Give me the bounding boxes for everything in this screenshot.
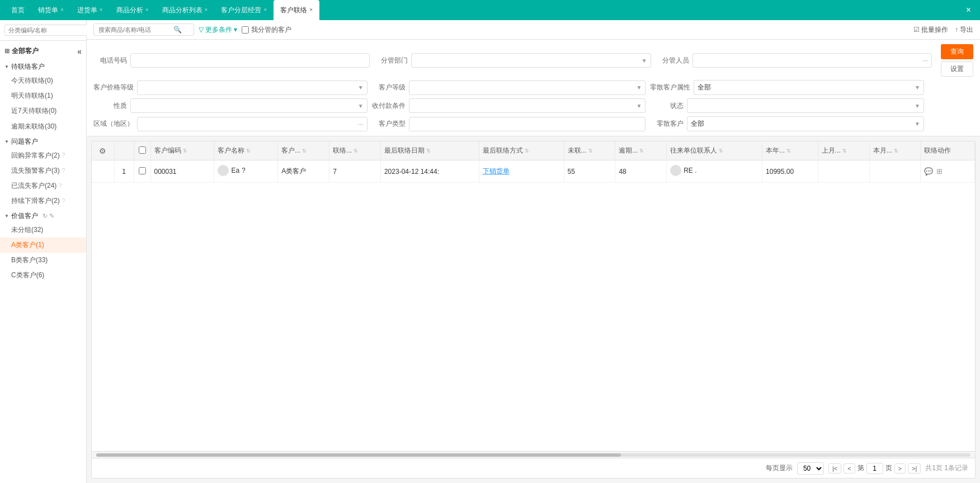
window-close-button[interactable]: × <box>962 5 976 15</box>
sidebar-item-class-c[interactable]: C类客户(6) <box>0 268 86 283</box>
close-sales-tab[interactable]: × <box>60 0 64 20</box>
table-checkbox-column[interactable] <box>134 141 150 160</box>
nav-sales[interactable]: 销货单 × <box>31 0 70 20</box>
price-level-select[interactable]: ▼ <box>137 80 368 95</box>
col-contact-person[interactable]: 往来单位联系人 ⇅ <box>667 141 762 160</box>
phone-input[interactable] <box>130 53 370 68</box>
setting-button[interactable]: 设置 <box>941 61 973 77</box>
col-this-month[interactable]: 本月... ⇅ <box>869 141 921 160</box>
sidebar-item-class-a[interactable]: A类客户(1) <box>0 238 86 253</box>
page-number-input[interactable] <box>866 463 883 474</box>
nature-select[interactable]: ▼ <box>130 98 368 113</box>
nav-purchase[interactable]: 进货单 × <box>70 0 110 20</box>
last-page-button[interactable]: >| <box>908 463 921 473</box>
nav-customer-contact[interactable]: 客户联络 × <box>274 0 319 20</box>
close-product-list-tab[interactable]: × <box>205 0 208 20</box>
more-filter-button[interactable]: ▽ 更多条件 ▾ <box>199 25 237 35</box>
table-gear-column[interactable]: ⚙ <box>92 141 114 160</box>
nav-customer-segment[interactable]: 客户分层经营 × <box>214 0 274 20</box>
nav-home[interactable]: 首页 <box>4 0 31 20</box>
section-problem-customers[interactable]: ▼ 问题客户 <box>0 134 86 148</box>
pending-arrow: ▼ <box>4 64 9 69</box>
status-select[interactable]: ▼ <box>687 98 924 113</box>
dept-select[interactable]: ▼ <box>411 53 651 68</box>
sidebar-all-customers[interactable]: ⊞ 全部客户 « <box>0 43 86 59</box>
sidebar-item-declining[interactable]: 持续下滑客户(2) ? <box>0 193 86 209</box>
filter-search-box: 🔍 <box>93 23 194 36</box>
filter-search-icon[interactable]: 🔍 <box>173 26 182 34</box>
table-body: 1 000031 <box>92 160 975 183</box>
close-contact-tab[interactable]: × <box>309 0 313 20</box>
scrollbar-track[interactable] <box>96 453 970 457</box>
sidebar-item-repurchase-abnormal[interactable]: 回购异常客户(2) ? <box>0 148 86 163</box>
sidebar-item-tomorrow-pending[interactable]: 明天待联络(1) <box>0 88 86 103</box>
prev-page-button[interactable]: < <box>844 463 855 473</box>
row-overdue: 48 <box>615 160 667 183</box>
col-last-month[interactable]: 上月... ⇅ <box>818 141 869 160</box>
batch-op-button[interactable]: ☑ 批量操作 <box>913 25 948 35</box>
sidebar-item-class-b[interactable]: B类客户(33) <box>0 253 86 268</box>
row-chat-icon[interactable]: 💬 <box>924 167 933 176</box>
row-this-month <box>869 160 921 183</box>
col-this-year[interactable]: 本年... ⇅ <box>762 141 818 160</box>
sidebar-item-today-pending[interactable]: 今天待联络(0) <box>0 73 86 88</box>
page-size-select[interactable]: 50 <box>797 462 824 475</box>
sparse-attr-select[interactable]: 全部 ▼ <box>694 80 924 95</box>
row-link-icon[interactable]: ⊞ <box>936 167 943 176</box>
filter-search-input[interactable] <box>98 26 171 33</box>
customer-type-select[interactable] <box>409 117 646 131</box>
sidebar-item-overdue-contact[interactable]: 逾期未联络(30) <box>0 119 86 134</box>
question-icon-2: ? <box>59 182 62 191</box>
last-contact-method-link[interactable]: 下销货单 <box>483 167 510 175</box>
sidebar-search-input[interactable] <box>4 25 89 36</box>
sidebar-item-churned[interactable]: 已流失客户(24) ? <box>0 178 86 193</box>
page-label: 第 <box>858 463 864 473</box>
close-product-analysis-tab[interactable]: × <box>145 0 149 20</box>
payment-select[interactable]: ▼ <box>409 98 646 113</box>
sidebar-item-unclassified[interactable]: 未分组(32) <box>0 222 86 238</box>
row-select-checkbox[interactable] <box>139 167 146 174</box>
my-customers-checkbox[interactable] <box>242 26 249 34</box>
col-no-contact[interactable]: 未联... ⇅ <box>564 141 615 160</box>
page-of-label: 页 <box>885 463 892 473</box>
query-button[interactable]: 查询 <box>941 44 973 59</box>
row-name[interactable]: Ea? <box>214 160 278 183</box>
table-settings-icon[interactable]: ⚙ <box>99 146 106 155</box>
sidebar-collapse-icon[interactable]: « <box>77 47 82 56</box>
region-select[interactable]: ··· <box>137 117 368 131</box>
export-button[interactable]: ↑ 导出 <box>955 25 973 35</box>
sparse-customer-select[interactable]: 全部 ▼ <box>687 116 924 131</box>
col-last-date[interactable]: 最后联络日期 ⇅ <box>380 141 479 160</box>
batch-op-icon: ☑ <box>913 26 920 34</box>
table-scroll-area[interactable]: ⚙ 客户编码 ⇅ <box>92 141 975 451</box>
scrollbar-thumb[interactable] <box>96 453 621 457</box>
value-edit-icon[interactable]: ✎ <box>49 212 54 220</box>
sidebar-item-7day-pending[interactable]: 近7天待联络(0) <box>0 103 86 119</box>
close-segment-tab[interactable]: × <box>263 0 267 20</box>
col-contact-label: 联络... <box>333 146 352 155</box>
nav-product-analysis-list[interactable]: 商品分析列表 × <box>156 0 215 20</box>
col-name[interactable]: 客户名称 ⇅ <box>214 141 278 160</box>
horizontal-scrollbar[interactable] <box>92 451 975 458</box>
col-type[interactable]: 客户... ⇅ <box>278 141 329 160</box>
manager-dots: ··· <box>922 56 928 64</box>
section-value-customers[interactable]: ▼ 价值客户 ↻ ✎ <box>0 209 86 222</box>
customer-level-select[interactable]: ▼ <box>409 80 646 95</box>
col-overdue[interactable]: 逾期... ⇅ <box>615 141 667 160</box>
close-purchase-tab[interactable]: × <box>100 0 103 20</box>
table-header-row: ⚙ 客户编码 ⇅ <box>92 141 975 160</box>
filter-cell-region: 区域（地区） ··· <box>93 117 372 131</box>
nav-product-analysis[interactable]: 商品分析 × <box>110 0 156 20</box>
section-pending-contact[interactable]: ▼ 待联络客户 <box>0 59 86 73</box>
value-refresh-icon[interactable]: ↻ <box>43 212 48 220</box>
select-all-checkbox[interactable] <box>139 146 146 154</box>
sidebar-item-churn-warning[interactable]: 流失预警客户(3) ? <box>0 163 86 178</box>
col-code[interactable]: 客户编码 ⇅ <box>150 141 214 160</box>
col-last-method[interactable]: 最后联络方式 ⇅ <box>479 141 564 160</box>
filter-cell-nature: 性质 ▼ <box>93 98 372 113</box>
row-checkbox[interactable] <box>134 160 150 183</box>
col-contact[interactable]: 联络... ⇅ <box>329 141 381 160</box>
manager-select[interactable]: ··· <box>692 53 932 68</box>
first-page-button[interactable]: |< <box>828 463 841 473</box>
next-page-button[interactable]: > <box>894 463 906 473</box>
